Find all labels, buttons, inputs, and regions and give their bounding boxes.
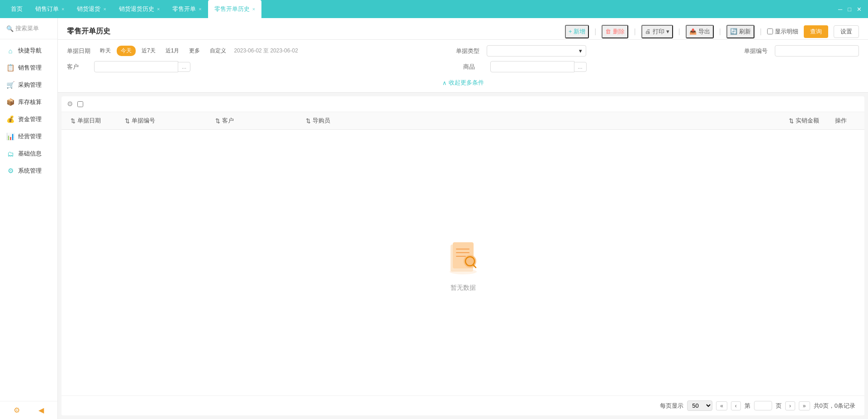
window-controls: ─ □ ✕ bbox=[832, 6, 868, 13]
type-select[interactable]: ▾ bbox=[487, 45, 586, 56]
sidebar-search-inner[interactable]: 🔍 搜索菜单 bbox=[4, 23, 54, 34]
sidebar-search-area[interactable]: 🔍 搜索菜单 bbox=[0, 18, 57, 39]
sidebar-item-quick-nav[interactable]: ⌂ 快捷导航 bbox=[0, 42, 57, 59]
base-info-icon: 🗂 bbox=[6, 150, 14, 158]
sidebar-item-purchase-mgmt[interactable]: 🛒 采购管理 bbox=[0, 76, 57, 94]
sidebar-settings-icon[interactable]: ⚙ bbox=[14, 406, 20, 414]
filter-row-1: 单据日期 昨天 今天 近7天 近1月 更多 自定义 2023-06-02 至 2… bbox=[67, 45, 859, 56]
print-button[interactable]: 🖨 打印 ▾ bbox=[641, 25, 673, 38]
tab-sales-order-close[interactable]: × bbox=[62, 6, 64, 12]
customer-input-wrapper: ... bbox=[94, 61, 190, 72]
page-size-label: 每页显示 bbox=[660, 402, 683, 410]
sort-amount-icon[interactable]: ⇅ bbox=[789, 118, 794, 124]
order-no-input[interactable] bbox=[775, 45, 859, 56]
customer-ellipsis-btn[interactable]: ... bbox=[178, 62, 190, 72]
sidebar-item-sales-mgmt[interactable]: 📋 销售管理 bbox=[0, 59, 57, 76]
sidebar-item-sys-mgmt[interactable]: ⚙ 系统管理 bbox=[0, 162, 57, 179]
sidebar-item-inventory[interactable]: 📦 库存核算 bbox=[0, 94, 57, 111]
th-date: ⇅ 单据日期 bbox=[67, 112, 121, 129]
top-bar: 首页 销售订单 × 销货退货 × 销货退货历史 × 零售开单 × 零售开单历史 … bbox=[0, 0, 868, 18]
last-page-btn[interactable]: » bbox=[799, 401, 810, 410]
date-btn-last7[interactable]: 近7天 bbox=[138, 46, 160, 56]
sort-customer-icon[interactable]: ⇅ bbox=[215, 118, 220, 124]
filter-row-2: 客户 ... 商品 ... bbox=[67, 61, 859, 72]
print-icon: 🖨 bbox=[645, 28, 651, 35]
tab-sales-order[interactable]: 销售订单 × bbox=[29, 0, 71, 18]
tab-sales-return-history-label: 销货退货历史 bbox=[119, 5, 154, 13]
quick-nav-icon: ⌂ bbox=[6, 47, 14, 55]
table-gear-icon[interactable]: ⚙ bbox=[67, 100, 73, 108]
sort-guide-icon[interactable]: ⇅ bbox=[306, 118, 311, 124]
customer-input[interactable] bbox=[94, 61, 178, 72]
th-op: 操作 bbox=[823, 112, 859, 129]
print-label: 打印 bbox=[653, 28, 664, 36]
first-page-btn[interactable]: « bbox=[716, 401, 727, 410]
type-label: 单据类型 bbox=[456, 47, 483, 55]
query-button[interactable]: 查询 bbox=[804, 25, 828, 38]
sidebar-item-operations[interactable]: 📊 经营管理 bbox=[0, 128, 57, 145]
operations-label: 经营管理 bbox=[18, 132, 42, 141]
show-detail-checkbox[interactable] bbox=[767, 28, 773, 34]
tab-sales-return-label: 销货退货 bbox=[77, 5, 100, 13]
tab-sales-return-history-close[interactable]: × bbox=[157, 6, 160, 12]
operations-icon: 📊 bbox=[6, 132, 14, 141]
next-page-btn[interactable]: › bbox=[785, 401, 795, 410]
collapse-more[interactable]: ∧ 收起更多条件 bbox=[67, 77, 859, 87]
add-button[interactable]: + 新增 bbox=[565, 25, 589, 38]
date-btn-more[interactable]: 更多 bbox=[185, 46, 204, 56]
tab-retail-open[interactable]: 零售开单 × bbox=[166, 0, 208, 18]
tab-sales-order-label: 销售订单 bbox=[35, 5, 59, 13]
date-label: 单据日期 bbox=[67, 47, 94, 55]
tab-sales-return-close[interactable]: × bbox=[103, 6, 106, 12]
select-all-checkbox[interactable] bbox=[77, 101, 83, 107]
sidebar-bottom: ⚙ ◀ bbox=[0, 401, 57, 419]
tab-retail-open-history[interactable]: 零售开单历史 × bbox=[208, 0, 261, 18]
customer-label: 客户 bbox=[67, 63, 94, 71]
refresh-button[interactable]: 🔄 刷新 bbox=[726, 25, 754, 38]
export-icon: 📤 bbox=[689, 28, 697, 35]
header-actions: + 新增 | 🗑 删除 | 🖨 打印 ▾ | 📤 导出 | bbox=[565, 25, 859, 38]
delete-button[interactable]: 🗑 删除 bbox=[602, 25, 628, 38]
window-maximize[interactable]: □ bbox=[848, 6, 851, 13]
tab-retail-open-close[interactable]: × bbox=[199, 6, 201, 12]
purchase-label: 采购管理 bbox=[18, 81, 42, 89]
export-button[interactable]: 📤 导出 bbox=[686, 25, 714, 38]
content-area: 零售开单历史 + 新增 | 🗑 删除 | 🖨 打印 ▾ | 📤 导出 bbox=[58, 18, 868, 419]
goods-input[interactable] bbox=[490, 61, 574, 72]
prev-page-btn[interactable]: ‹ bbox=[731, 401, 741, 410]
th-amount: ⇅ 实销金额 bbox=[356, 112, 823, 129]
date-btn-custom[interactable]: 自定义 bbox=[206, 46, 230, 56]
tab-sales-return-history[interactable]: 销货退货历史 × bbox=[113, 0, 166, 18]
sort-order-icon[interactable]: ⇅ bbox=[125, 118, 130, 124]
tab-home[interactable]: 首页 bbox=[5, 0, 29, 18]
show-detail-label: 显示明细 bbox=[767, 28, 798, 36]
date-btn-yesterday[interactable]: 昨天 bbox=[96, 46, 115, 56]
empty-state: 暂无数据 bbox=[441, 233, 486, 292]
window-minimize[interactable]: ─ bbox=[838, 6, 842, 13]
sort-date-icon[interactable]: ⇅ bbox=[71, 118, 76, 124]
date-btn-last-month[interactable]: 近1月 bbox=[161, 46, 184, 56]
finance-icon: 💰 bbox=[6, 115, 14, 123]
goods-label: 商品 bbox=[463, 63, 490, 71]
goods-ellipsis-btn[interactable]: ... bbox=[574, 62, 587, 72]
th-customer: ⇅ 客户 bbox=[212, 112, 302, 129]
tab-retail-open-history-label: 零售开单历史 bbox=[214, 5, 250, 13]
sep1: | bbox=[594, 28, 596, 36]
tab-sales-return[interactable]: 销货退货 × bbox=[71, 0, 112, 18]
sidebar-item-finance[interactable]: 💰 资金管理 bbox=[0, 111, 57, 128]
sys-label: 系统管理 bbox=[18, 167, 42, 175]
sidebar-collapse-icon[interactable]: ◀ bbox=[38, 406, 44, 414]
settings-button[interactable]: 设置 bbox=[834, 25, 859, 38]
finance-label: 资金管理 bbox=[18, 115, 42, 123]
tab-retail-open-history-close[interactable]: × bbox=[252, 6, 255, 12]
empty-text: 暂无数据 bbox=[451, 284, 476, 292]
page-size-select[interactable]: 20 50 100 bbox=[687, 400, 712, 411]
page-input[interactable]: 1 bbox=[754, 401, 772, 410]
table-body: 暂无数据 bbox=[62, 130, 864, 395]
tab-retail-open-label: 零售开单 bbox=[172, 5, 196, 13]
show-detail-text: 显示明细 bbox=[775, 28, 798, 36]
sidebar-nav: ⌂ 快捷导航 📋 销售管理 🛒 采购管理 📦 库存核算 💰 资金管理 📊 bbox=[0, 39, 57, 401]
window-close[interactable]: ✕ bbox=[857, 6, 862, 13]
sidebar-item-base-info[interactable]: 🗂 基础信息 bbox=[0, 145, 57, 162]
date-btn-today[interactable]: 今天 bbox=[117, 46, 136, 56]
